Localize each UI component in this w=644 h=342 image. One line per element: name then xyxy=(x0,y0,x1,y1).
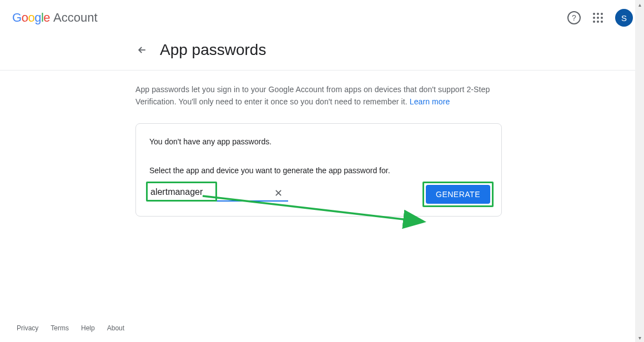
select-instruction: Select the app and device you want to ge… xyxy=(149,166,488,175)
clear-input-icon[interactable]: ✕ xyxy=(274,187,283,199)
back-arrow-icon[interactable] xyxy=(135,43,149,57)
learn-more-link[interactable]: Learn more xyxy=(410,97,450,106)
avatar[interactable]: S xyxy=(615,9,633,27)
scroll-up-icon[interactable]: ▴ xyxy=(635,0,644,9)
app-header: Google Account ? S xyxy=(0,0,644,36)
title-row: App passwords xyxy=(0,36,644,71)
page-title: App passwords xyxy=(160,41,266,59)
footer-about[interactable]: About xyxy=(107,324,124,332)
scroll-down-icon[interactable]: ▾ xyxy=(635,333,644,342)
app-passwords-card: You don't have any app passwords. Select… xyxy=(135,123,502,217)
scrollbar-track[interactable]: ▴ ▾ xyxy=(635,0,644,342)
footer-help[interactable]: Help xyxy=(81,324,95,332)
app-name-input[interactable] xyxy=(149,185,288,202)
logo[interactable]: Google Account xyxy=(12,11,98,25)
generate-button[interactable]: GENERATE xyxy=(426,185,490,204)
apps-grid-icon[interactable] xyxy=(591,11,605,25)
page-description: App passwords let you sign in to your Go… xyxy=(135,84,502,108)
generate-button-wrap: GENERATE xyxy=(426,185,490,204)
header-actions: ? S xyxy=(567,9,633,27)
main-content: App passwords let you sign in to your Go… xyxy=(135,71,502,217)
app-input-row: ✕ xyxy=(149,185,288,202)
footer-terms[interactable]: Terms xyxy=(51,324,69,332)
help-icon[interactable]: ? xyxy=(567,11,581,24)
product-label: Account xyxy=(53,11,98,25)
no-passwords-text: You don't have any app passwords. xyxy=(149,137,488,146)
google-logo: Google xyxy=(12,11,50,25)
footer-links: Privacy Terms Help About xyxy=(17,324,124,332)
footer-privacy[interactable]: Privacy xyxy=(17,324,38,332)
